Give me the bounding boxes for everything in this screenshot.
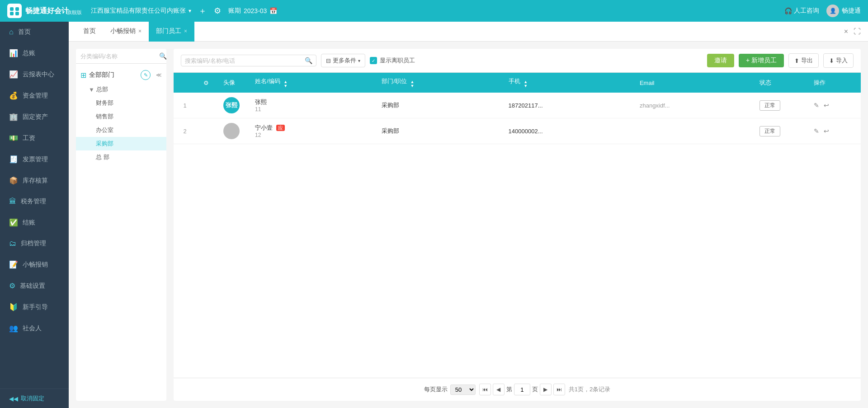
tab-home[interactable]: 首页 — [76, 22, 103, 42]
sidebar-item-home[interactable]: ⌂ 首页 — [0, 22, 69, 42]
cell-index: 2 — [174, 118, 196, 144]
col-avatar: 头像 — [216, 73, 248, 93]
filter-button[interactable]: ⊟ 更多条件 ▾ — [321, 54, 365, 67]
settings-icon[interactable]: ⚙ — [214, 6, 221, 16]
cell-email — [632, 118, 752, 144]
employee-table: ⚙ 头像 姓名/编码 ▲▼ 部门/职位 ▲▼ — [174, 73, 861, 144]
tab-dept-employees[interactable]: 部门员工 × — [149, 22, 194, 42]
left-arrow-icon: ◀◀ — [9, 395, 18, 402]
add-button[interactable]: ＋ — [198, 5, 207, 16]
user-name: 畅捷通 — [842, 7, 861, 15]
edit-icon[interactable]: ✎ — [814, 127, 819, 135]
sidebar-item-fixed-assets[interactable]: 🏢 固定资产 — [0, 106, 69, 127]
employee-name: 张熙 — [255, 98, 367, 106]
import-button[interactable]: ⬇ 导入 — [823, 53, 854, 68]
export-button[interactable]: ⬆ 导出 — [788, 53, 819, 68]
sidebar-item-funds[interactable]: 💰 资金管理 — [0, 85, 69, 106]
fixed-assets-icon: 🏢 — [9, 113, 18, 121]
sidebar-item-general-ledger[interactable]: 📊 总账 — [0, 42, 69, 64]
page-content: 🔍 ⊞ 全部部门 ✎ ≪ ▼ 总部 财务部 — [69, 42, 868, 408]
company-dropdown-icon[interactable]: ▾ — [189, 8, 191, 14]
col-settings[interactable]: ⚙ — [196, 73, 216, 93]
col-phone[interactable]: 手机 ▲▼ — [501, 73, 632, 93]
sidebar-item-label: 发票管理 — [23, 155, 48, 164]
sidebar-item-checkout[interactable]: ✅ 结账 — [0, 212, 69, 233]
calendar-icon[interactable]: 📅 — [269, 7, 277, 14]
dept-collapse-icon[interactable]: ≪ — [156, 72, 162, 78]
topbar-center: ＋ ⚙ 账期 2023-03 📅 — [198, 5, 277, 16]
dept-item-office[interactable]: 办公室 — [76, 123, 166, 137]
page-di-label: 第 — [506, 385, 512, 394]
cell-settings — [196, 93, 216, 118]
dept-item-hq[interactable]: 总 部 — [76, 150, 166, 164]
tab-close-all-button[interactable]: × — [844, 28, 848, 36]
sidebar-item-expense[interactable]: 📝 小畅报销 — [0, 254, 69, 275]
cell-dept: 采购部 — [374, 93, 501, 118]
sidebar-item-tax[interactable]: 🏛 税务管理 — [0, 191, 69, 212]
cell-actions: ✎ ↩ — [807, 93, 861, 118]
dept-item-purchasing[interactable]: 采购部 — [76, 137, 166, 150]
more-icon[interactable]: ↩ — [824, 127, 829, 135]
app-logo: 畅捷通好会计 — [7, 4, 71, 18]
user-menu[interactable]: 👤 畅捷通 — [826, 5, 861, 17]
tab-bar-right: × ⛶ — [844, 28, 861, 36]
sidebar-item-label: 税务管理 — [21, 197, 46, 206]
add-employee-button[interactable]: + 新增员工 — [739, 54, 784, 67]
dept-item-sales[interactable]: 销售部 — [76, 110, 166, 123]
company-selector[interactable]: 江西服宝精品有限责任公司内账张 ▾ — [91, 7, 191, 15]
dept-item-finance[interactable]: 财务部 — [76, 96, 166, 110]
invite-button[interactable]: 邀请 — [707, 54, 734, 67]
last-page-button[interactable]: ⏭ — [553, 384, 565, 395]
dept-expand-icon: ▼ — [89, 86, 94, 93]
filter-icon: ⊟ — [326, 57, 331, 64]
sidebar-item-guide[interactable]: 🔰 新手引导 — [0, 296, 69, 318]
svg-rect-2 — [10, 12, 14, 15]
tab-dept-employees-close[interactable]: × — [184, 28, 187, 34]
cancel-fix-button[interactable]: ◀◀ 取消固定 — [0, 389, 69, 408]
dept-edit-icon[interactable]: ✎ — [141, 70, 151, 80]
tab-expense[interactable]: 小畅报销 × — [103, 22, 149, 42]
cancel-fix-label: 取消固定 — [21, 394, 44, 403]
col-name-code[interactable]: 姓名/编码 ▲▼ — [248, 73, 374, 93]
period-label: 账期 — [228, 7, 241, 15]
sidebar-item-invoices[interactable]: 🧾 发票管理 — [0, 149, 69, 170]
search-icon[interactable]: 🔍 — [305, 57, 312, 64]
col-dept-position[interactable]: 部门/职位 ▲▼ — [374, 73, 501, 93]
pagination-bar: 每页显示 50 10 20 100 ⏮ ◀ 第 页 — [174, 378, 861, 401]
import-icon: ⬇ — [829, 57, 834, 64]
show-resigned-toggle[interactable]: ✓ 显示离职员工 — [370, 56, 415, 65]
page-input[interactable] — [514, 384, 530, 395]
table-area: 🔍 ⊟ 更多条件 ▾ ✓ 显示离职员工 邀请 + 新增员工 — [174, 49, 861, 401]
svg-rect-0 — [10, 7, 14, 11]
tab-fullscreen-button[interactable]: ⛶ — [854, 28, 861, 36]
sidebar-item-label: 首页 — [18, 28, 31, 36]
dept-hq-label: 总 部 — [96, 153, 109, 161]
sidebar-item-cloud-reports[interactable]: 📈 云报表中心 — [0, 64, 69, 85]
dept-item-headquarters[interactable]: ▼ 总部 — [76, 83, 166, 96]
edit-icon[interactable]: ✎ — [814, 102, 819, 109]
page-unit-label: 页 — [532, 385, 538, 394]
next-page-button[interactable]: ▶ — [540, 384, 552, 395]
per-page-label: 每页显示 — [424, 385, 448, 394]
prev-page-button[interactable]: ◀ — [493, 384, 505, 395]
sidebar-item-inventory[interactable]: 📦 库存核算 — [0, 170, 69, 191]
show-resigned-checkbox[interactable]: ✓ — [370, 57, 377, 64]
first-page-button[interactable]: ⏮ — [479, 384, 491, 395]
search-input[interactable] — [185, 57, 302, 64]
sidebar-item-archive[interactable]: 🗂 归档管理 — [0, 233, 69, 254]
sidebar-item-basic-settings[interactable]: ⚙ 基础设置 — [0, 275, 69, 296]
dept-sales-label: 销售部 — [96, 113, 113, 121]
dept-search-icon[interactable]: 🔍 — [159, 52, 166, 60]
employee-avatar: 张熙 — [223, 97, 240, 113]
all-dept-header[interactable]: ⊞ 全部部门 ✎ ≪ — [76, 67, 166, 83]
more-icon[interactable]: ↩ — [824, 102, 829, 109]
cell-avatar — [216, 118, 248, 144]
service-button[interactable]: 🎧 人工咨询 — [784, 7, 819, 15]
dept-search-input[interactable] — [80, 53, 156, 60]
per-page-select[interactable]: 50 10 20 100 — [450, 385, 476, 395]
tab-expense-close[interactable]: × — [138, 28, 142, 34]
sidebar-item-label: 工资 — [23, 134, 35, 142]
sidebar-item-social[interactable]: 👥 社会人 — [0, 318, 69, 339]
sort-icon-phone: ▲▼ — [524, 80, 528, 88]
sidebar-item-payroll[interactable]: 💵 工资 — [0, 127, 69, 149]
